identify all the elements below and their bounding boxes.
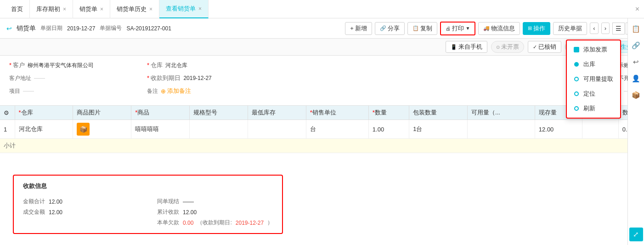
total-row: 金额合计 12.00: [23, 198, 139, 205]
dropdown-locate[interactable]: 定位: [567, 86, 620, 101]
dropdown-available-qty[interactable]: 可用量提取: [567, 72, 620, 86]
due-date-value: 2019-12-27: [183, 75, 211, 81]
table-header-row: ⚙ *仓库 商品图片 *商品 规格型号 最低库存 *销售单位 *数量 包装数量 …: [0, 106, 644, 120]
operate-dropdown: 添加发票 出库 可用量提取 定位 刷新: [566, 40, 621, 119]
add-note-button[interactable]: ⊕ 添加备注: [161, 87, 191, 95]
payment-info-box: 收款信息 金额合计 12.00 同单现结 —— 成交金额 12.00 累计收款 …: [13, 175, 283, 234]
col-qty: *数量: [368, 106, 409, 120]
add-invoice-icon: [573, 46, 580, 53]
list-view-button[interactable]: ☰: [612, 23, 625, 34]
col-warehouse: *仓库: [15, 106, 73, 120]
operate-button[interactable]: ⊞ 操作: [523, 22, 550, 35]
address-field: 客户地址 ——: [9, 74, 138, 82]
project-field: 项目 ——: [9, 87, 138, 95]
close-tab-sales[interactable]: ×: [100, 6, 103, 12]
history-button[interactable]: 历史单据: [553, 22, 587, 35]
cell-qty: 1.00: [368, 120, 409, 139]
toolbar-left: ↩ 销货单 单据日期 2019-12-27 单据编号 SA-20191227-0…: [6, 24, 342, 33]
owed-row: 本单欠款 0.00 （收款到期日: 2019-12-27 ）: [157, 219, 273, 227]
expand-icon[interactable]: ⤢: [629, 228, 643, 241]
date-value: 2019-12-27: [67, 25, 95, 32]
product-image: 📦: [77, 123, 90, 136]
sidebar-icon-1[interactable]: 📋: [629, 22, 643, 36]
table-wrapper: ⚙ *仓库 商品图片 *商品 规格型号 最低库存 *销售单位 *数量 包装数量 …: [0, 106, 644, 167]
col-min-stock: 最低库存: [248, 106, 306, 120]
col-unit: *销售单位: [306, 106, 368, 120]
invoice-status-badge[interactable]: ⊙ 未开票: [491, 41, 524, 53]
same-order-row: 同单现结 ——: [157, 198, 273, 205]
main-area: ↩ 销货单 单据日期 2019-12-27 单据编号 SA-20191227-0…: [0, 18, 644, 245]
cell-product: 嘻嘻嘻嘻: [131, 120, 190, 139]
cell-warehouse: 河北仓库: [15, 120, 73, 139]
cell-available: [468, 120, 535, 139]
form-row-2: 客户地址 —— * 收款到期日 2019-12-27 * 票据类型 不开票: [9, 74, 635, 82]
col-spec: 规格型号: [190, 106, 248, 120]
col-available: 可用量（...: [468, 106, 535, 120]
available-qty-icon: [573, 76, 580, 82]
print-button[interactable]: 🖨 打印 ▼: [440, 22, 475, 35]
close-tab-view-sales[interactable]: ×: [198, 6, 202, 12]
cell-no: 1: [0, 120, 15, 139]
cell-img: 📦: [73, 120, 131, 139]
dropdown-outbound[interactable]: 出库: [567, 57, 620, 72]
project-value: ——: [23, 88, 34, 94]
cell-min-stock: [248, 120, 306, 139]
cell-spec: [190, 120, 248, 139]
toolbar-right: + 新增 🔗 分享 📋 复制 🖨 打印 ▼ 🚚 物流信息 ⊞ 操作: [345, 22, 638, 35]
customer-field: * 客户 柳州粤港平安气体有限公司: [9, 61, 138, 69]
dropdown-refresh[interactable]: 刷新: [567, 101, 620, 116]
tab-inventory[interactable]: 库存期初 ×: [30, 0, 73, 18]
close-tab-sales-history[interactable]: ×: [149, 6, 153, 12]
col-settings[interactable]: ⚙: [0, 106, 15, 120]
date-label: 单据日期: [40, 24, 62, 32]
transaction-value: 12.00: [49, 209, 62, 216]
main-toolbar: ↩ 销货单 单据日期 2019-12-27 单据编号 SA-20191227-0…: [0, 18, 644, 39]
no-label: 单据编号: [100, 24, 122, 32]
from-phone-button[interactable]: 📱 来自手机: [446, 41, 487, 53]
add-button[interactable]: + 新增: [345, 22, 372, 35]
outbound-icon: [573, 61, 580, 68]
refresh-icon: [573, 105, 580, 112]
cumulative-value: 12.00: [183, 209, 197, 216]
tab-bar: 首页 库存期初 × 销货单 × 销货单历史 × 查看销货单 × ×: [0, 0, 644, 18]
cell-current-stock: 12.00: [535, 120, 582, 139]
doc-icon: ↩: [6, 25, 12, 32]
warehouse-field: * 仓库 河北仓库: [147, 61, 276, 69]
payment-info-title: 收款信息: [23, 182, 273, 190]
tab-home[interactable]: 首页: [5, 0, 30, 18]
same-order-value: ——: [183, 199, 194, 205]
due-date-hint: 2019-12-27: [236, 220, 264, 226]
due-date-field: * 收款到期日 2019-12-27: [147, 74, 276, 82]
logistics-button[interactable]: 🚚 物流信息: [478, 22, 520, 35]
right-sidebar: 📋 🔗 ↩ 👤 📦 ⤢: [627, 18, 644, 245]
dropdown-add-invoice[interactable]: 添加发票: [567, 42, 620, 57]
tab-view-sales[interactable]: 查看销货单 ×: [159, 0, 209, 18]
confirm-button[interactable]: ✓ 已核销: [528, 41, 561, 53]
next-button[interactable]: ›: [601, 23, 610, 34]
subtotal-row: 小计: [0, 139, 644, 153]
copy-button[interactable]: 📋 复制: [407, 22, 437, 35]
cell-price: [582, 120, 618, 139]
tab-sales[interactable]: 销货单 ×: [73, 0, 110, 18]
warehouse-value: 河北仓库: [165, 62, 187, 69]
close-window[interactable]: ×: [635, 5, 639, 13]
prev-button[interactable]: ‹: [590, 23, 598, 34]
sidebar-icon-3[interactable]: ↩: [629, 55, 643, 69]
sidebar-icon-4[interactable]: 👤: [629, 72, 643, 85]
share-button[interactable]: 🔗 分享: [375, 22, 405, 35]
customer-value: 柳州粤港平安气体有限公司: [28, 62, 94, 69]
products-table: ⚙ *仓库 商品图片 *商品 规格型号 最低库存 *销售单位 *数量 包装数量 …: [0, 106, 644, 153]
doc-type-label: 销货单: [17, 24, 36, 33]
col-pack-qty: 包装数量: [409, 106, 468, 120]
close-tab-inventory[interactable]: ×: [63, 6, 66, 12]
sidebar-icon-2[interactable]: 🔗: [629, 39, 643, 52]
sub-toolbar: 📱 来自手机 ⊙ 未开票 ✓ 已核销 ✓ 已核销 ✓ 已生效: [0, 39, 644, 56]
col-img: 商品图片: [73, 106, 131, 120]
form-row-1: * 客户 柳州粤港平安气体有限公司 * 仓库 河北仓库 业务员 演示账号: [9, 61, 635, 69]
tab-sales-history[interactable]: 销货单历史 ×: [110, 0, 159, 18]
cell-pack-qty: 1台: [409, 120, 468, 139]
note-field: 备注 ⊕ 添加备注: [147, 87, 276, 95]
sidebar-icon-5[interactable]: 📦: [629, 88, 643, 102]
locate-icon: [573, 91, 580, 97]
transaction-row: 成交金额 12.00: [23, 208, 139, 216]
